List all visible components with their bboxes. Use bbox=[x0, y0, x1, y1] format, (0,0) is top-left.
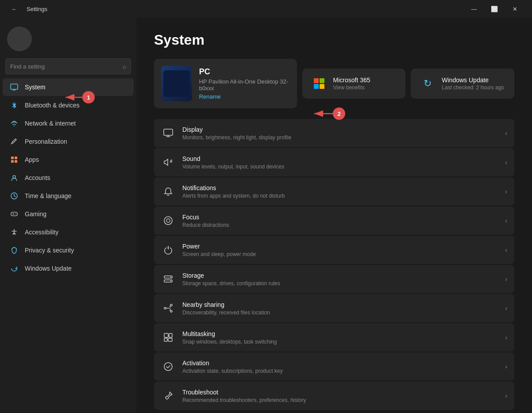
svg-point-16 bbox=[166, 219, 170, 222]
nearby-sharing-subtitle: Discoverability, received files location bbox=[182, 310, 498, 316]
search-bar[interactable]: ⌕ bbox=[5, 58, 131, 74]
sidebar-item-accessibility[interactable]: Accessibility bbox=[3, 223, 134, 241]
pc-image bbox=[161, 66, 192, 101]
troubleshoot-chevron: › bbox=[505, 392, 507, 399]
windows-update-card[interactable]: ↻ Windows Update Last checked: 2 hours a… bbox=[411, 69, 514, 99]
page-title: System bbox=[154, 32, 514, 48]
system-nav-icon bbox=[10, 83, 19, 92]
system-info-row: PC HP Pavilion All-in-One Desktop 32-b0x… bbox=[154, 59, 514, 108]
svg-rect-14 bbox=[164, 129, 173, 135]
settings-item-power[interactable]: Power Screen and sleep, power mode › bbox=[154, 236, 514, 264]
sidebar-item-personalization[interactable]: Personalization bbox=[3, 133, 134, 150]
ms365-card[interactable]: Microsoft 365 View benefits bbox=[302, 69, 406, 99]
display-subtitle: Monitors, brightness, night light, displ… bbox=[182, 134, 498, 141]
sidebar-item-gaming[interactable]: Gaming bbox=[3, 205, 134, 223]
activation-chevron: › bbox=[505, 363, 507, 370]
settings-item-sound[interactable]: Sound Volume levels, output, input, soun… bbox=[154, 148, 514, 176]
settings-item-multitasking[interactable]: Multitasking Snap windows, desktops, tas… bbox=[154, 323, 514, 352]
storage-icon bbox=[161, 272, 175, 286]
troubleshoot-icon bbox=[161, 389, 175, 403]
app-title: Settings bbox=[27, 6, 47, 12]
settings-item-focus[interactable]: Focus Reduce distractions › bbox=[154, 206, 514, 235]
svg-point-15 bbox=[164, 217, 172, 225]
sound-title: Sound bbox=[182, 155, 498, 162]
search-input[interactable] bbox=[10, 63, 119, 70]
sidebar-item-label: Network & internet bbox=[25, 120, 76, 127]
storage-subtitle: Storage space, drives, configuration rul… bbox=[182, 280, 498, 287]
settings-item-notifications[interactable]: Notifications Alerts from apps and syste… bbox=[154, 177, 514, 206]
svg-point-9 bbox=[14, 229, 15, 231]
power-icon bbox=[161, 243, 175, 257]
sidebar-item-accounts[interactable]: Accounts bbox=[3, 169, 134, 187]
settings-item-display[interactable]: Display Monitors, brightness, night ligh… bbox=[154, 119, 514, 147]
sidebar-item-label: Accessibility bbox=[25, 229, 58, 236]
ms365-title: Microsoft 365 bbox=[333, 76, 370, 84]
svg-rect-10 bbox=[163, 70, 190, 97]
ms365-subtitle: View benefits bbox=[333, 84, 370, 91]
sound-subtitle: Volume levels, output, input, sound devi… bbox=[182, 164, 498, 170]
display-chevron: › bbox=[505, 130, 507, 137]
activation-icon bbox=[161, 359, 175, 374]
windows-update-icon: ↻ bbox=[420, 76, 436, 92]
svg-point-22 bbox=[170, 310, 172, 312]
sound-chevron: › bbox=[505, 159, 507, 166]
maximize-button[interactable]: ⬜ bbox=[484, 2, 505, 16]
avatar bbox=[7, 27, 32, 51]
bluetooth-nav-icon bbox=[10, 101, 19, 110]
sound-icon bbox=[161, 155, 175, 169]
svg-rect-4 bbox=[11, 160, 14, 163]
sidebar-item-apps[interactable]: Apps bbox=[3, 151, 134, 168]
pc-info: PC HP Pavilion All-in-One Desktop 32-b0x… bbox=[199, 67, 290, 100]
storage-chevron: › bbox=[505, 275, 507, 283]
ms365-icon bbox=[311, 76, 327, 92]
multitasking-chevron: › bbox=[505, 334, 507, 341]
ms365-text: Microsoft 365 View benefits bbox=[333, 76, 370, 91]
settings-item-nearby-sharing[interactable]: Nearby sharing Discoverability, received… bbox=[154, 294, 514, 322]
storage-title: Storage bbox=[182, 272, 498, 279]
sidebar-item-system[interactable]: System bbox=[3, 78, 134, 96]
svg-point-6 bbox=[13, 176, 15, 178]
nearby-sharing-chevron: › bbox=[505, 305, 507, 312]
back-button[interactable]: ← bbox=[7, 2, 21, 16]
settings-item-storage[interactable]: Storage Storage space, drives, configura… bbox=[154, 265, 514, 293]
svg-rect-0 bbox=[11, 84, 18, 89]
privacy-nav-icon bbox=[10, 246, 19, 255]
minimize-button[interactable]: — bbox=[464, 2, 484, 16]
accounts-nav-icon bbox=[10, 173, 19, 182]
rename-link[interactable]: Rename bbox=[199, 93, 221, 100]
focus-subtitle: Reduce distractions bbox=[182, 222, 498, 228]
sidebar-item-label: Privacy & security bbox=[25, 247, 74, 254]
sidebar-item-update[interactable]: Windows Update bbox=[3, 260, 134, 277]
svg-point-19 bbox=[170, 277, 171, 278]
apps-nav-icon bbox=[10, 155, 19, 164]
multitasking-subtitle: Snap windows, desktops, task switching bbox=[182, 339, 498, 345]
svg-point-21 bbox=[170, 304, 172, 306]
svg-rect-2 bbox=[11, 157, 14, 159]
sidebar-item-label: System bbox=[25, 84, 46, 91]
multitasking-title: Multitasking bbox=[182, 330, 498, 337]
svg-rect-8 bbox=[11, 212, 17, 216]
sidebar-item-label: Gaming bbox=[25, 210, 46, 218]
power-subtitle: Screen and sleep, power mode bbox=[182, 251, 498, 257]
nearby-sharing-icon bbox=[161, 301, 175, 315]
notifications-subtitle: Alerts from apps and system, do not dist… bbox=[182, 193, 498, 199]
svg-rect-25 bbox=[169, 333, 172, 337]
app-body: ⌕ System Bluetooth & devices Network & i… bbox=[0, 18, 532, 413]
nav-list: System Bluetooth & devices Network & int… bbox=[0, 78, 136, 278]
sidebar-item-network[interactable]: Network & internet bbox=[3, 115, 134, 132]
settings-item-activation[interactable]: Activation Activation state, subscriptio… bbox=[154, 352, 514, 381]
pc-model-label: HP Pavilion All-in-One Desktop 32-b0xxx bbox=[199, 78, 290, 92]
window-controls: — ⬜ ✕ bbox=[464, 2, 525, 16]
svg-rect-1 bbox=[13, 90, 15, 91]
sidebar-item-label: Windows Update bbox=[25, 265, 72, 272]
sidebar-item-time[interactable]: Time & language bbox=[3, 187, 134, 205]
settings-item-troubleshoot[interactable]: Troubleshoot Recommended troubleshooters… bbox=[154, 382, 514, 410]
close-button[interactable]: ✕ bbox=[505, 2, 525, 16]
sidebar-item-privacy[interactable]: Privacy & security bbox=[3, 241, 134, 259]
pc-card: PC HP Pavilion All-in-One Desktop 32-b0x… bbox=[154, 59, 297, 108]
svg-point-28 bbox=[164, 363, 172, 371]
sidebar-item-bluetooth[interactable]: Bluetooth & devices bbox=[3, 96, 134, 114]
nearby-sharing-title: Nearby sharing bbox=[182, 301, 498, 308]
sidebar-item-label: Accounts bbox=[25, 174, 50, 181]
notifications-icon bbox=[161, 184, 175, 199]
